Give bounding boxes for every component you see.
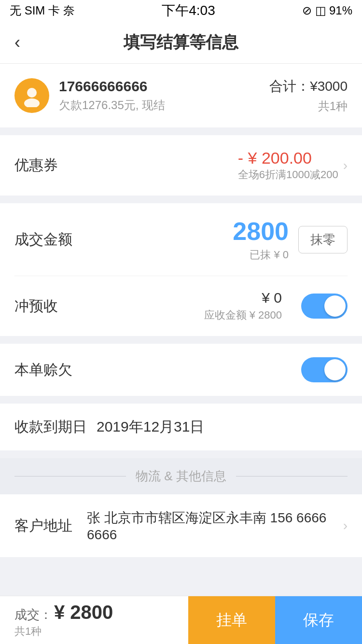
advance-label: 冲预收: [14, 296, 58, 316]
coupon-label: 优惠券: [14, 155, 58, 175]
svg-point-0: [27, 88, 37, 98]
back-button[interactable]: ‹: [14, 32, 43, 53]
status-bar-right: ⊘ ◫ 91%: [302, 4, 352, 17]
advance-sub: 应收金额 ¥ 2800: [204, 308, 282, 322]
address-section: 客户地址 张 北京市市辖区海淀区永丰南 156 6666 6666 ›: [0, 494, 362, 557]
debt-section: 本单赊欠: [0, 344, 362, 396]
advance-row: 冲预收 ¥ 0 应收金额 ¥ 2800: [14, 276, 348, 336]
debt-row: 本单赊欠: [14, 344, 348, 396]
round-button[interactable]: 抹零: [298, 226, 348, 253]
deal-amount-sub: 已抹 ¥ 0: [233, 248, 289, 262]
customer-phone: 17666666666: [59, 78, 165, 95]
bottom-deal-label: 成交：: [14, 606, 52, 623]
address-label: 客户地址: [14, 516, 72, 536]
debt-label: 本单赊欠: [14, 360, 72, 380]
duedate-label: 收款到期日: [14, 417, 87, 437]
divider-text: 物流 & 其他信息: [136, 468, 226, 485]
debt-toggle[interactable]: [301, 357, 348, 382]
page-title: 填写结算等信息: [43, 31, 319, 54]
status-bar: 无 SIM 卡 奈 下午4:03 ⊘ ◫ 91%: [0, 0, 362, 21]
deal-amount-value: 2800: [233, 217, 289, 246]
deal-amount-section: 成交金额 2800 已抹 ¥ 0 抹零 冲预收 ¥ 0 应收金额 ¥ 2800: [0, 203, 362, 336]
section-divider: 物流 & 其他信息: [0, 458, 362, 494]
customer-section: 17666666666 欠款1276.35元, 现结 合计：¥3000 共1种: [0, 64, 362, 127]
address-row[interactable]: 客户地址 张 北京市市辖区海淀区永丰南 156 6666 6666 ›: [14, 494, 348, 557]
save-button[interactable]: 保存: [275, 596, 362, 644]
coupon-section: 优惠券 - ¥ 200.00 全场6折满1000减200 ›: [0, 135, 362, 196]
battery-icon: ⊘ ◫: [302, 4, 326, 17]
status-bar-left: 无 SIM 卡 奈: [10, 3, 75, 18]
customer-count: 共1种: [269, 98, 348, 114]
duedate-value: 2019年12月31日: [97, 417, 204, 437]
status-bar-time: 下午4:03: [162, 1, 215, 20]
bottom-deal-info: 成交： ¥ 2800 共1种: [0, 602, 188, 639]
advance-toggle[interactable]: [301, 294, 348, 319]
svg-point-1: [24, 98, 40, 107]
bottom-deal-amount: ¥ 2800: [54, 602, 113, 623]
coupon-sub-text: 全场6折满1000减200: [238, 168, 338, 182]
coupon-discount: - ¥ 200.00: [238, 149, 338, 168]
coupon-row[interactable]: 优惠券 - ¥ 200.00 全场6折满1000减200 ›: [14, 135, 348, 196]
battery-percent: 91%: [329, 4, 352, 17]
customer-sub-text: 欠款1276.35元, 现结: [59, 98, 165, 113]
duedate-section: 收款到期日 2019年12月31日: [0, 404, 362, 450]
customer-total: 合计：¥3000: [269, 77, 348, 96]
divider-line-left: [14, 476, 126, 476]
avatar: [14, 78, 49, 113]
nav-bar: ‹ 填写结算等信息: [0, 21, 362, 64]
hold-button[interactable]: 挂单: [188, 596, 275, 644]
sim-status: 无 SIM 卡 奈: [10, 3, 75, 18]
divider-line-right: [236, 476, 348, 476]
chevron-right-icon: ›: [343, 158, 348, 173]
address-value: 张 北京市市辖区海淀区永丰南 156 6666 6666: [87, 509, 338, 543]
advance-amount: ¥ 0: [204, 290, 282, 306]
deal-amount-row: 成交金额 2800 已抹 ¥ 0 抹零: [14, 203, 348, 276]
address-chevron-icon: ›: [343, 518, 348, 533]
bottom-count: 共1种: [14, 624, 174, 639]
bottom-bar: 成交： ¥ 2800 共1种 挂单 保存: [0, 596, 362, 644]
deal-amount-label: 成交金额: [14, 230, 72, 250]
